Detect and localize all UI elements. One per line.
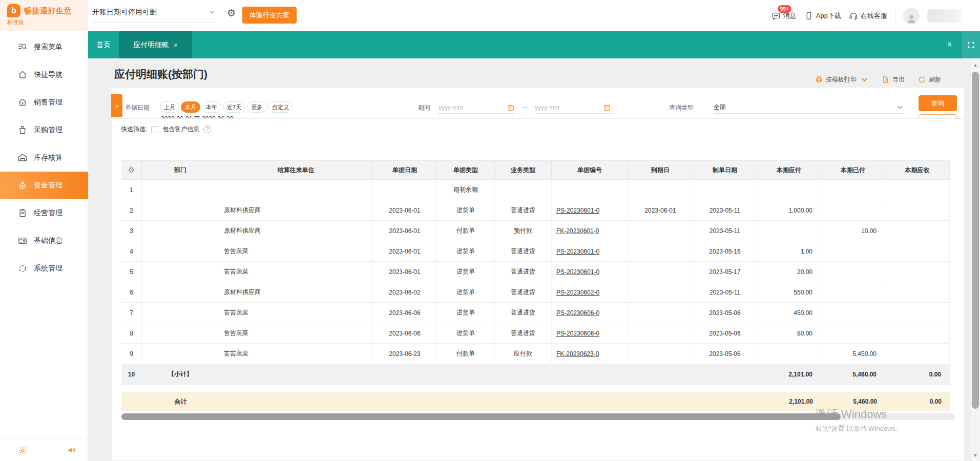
sidebar-item-label: 搜索菜单 <box>34 43 62 52</box>
doc-no-link[interactable]: FK-20230623-0 <box>556 350 599 358</box>
cell-paid <box>821 180 885 200</box>
date-pill-近7天[interactable]: 近7天 <box>223 101 245 113</box>
cell-partner: 苦苦蔬菜 <box>219 303 373 323</box>
fullscreen-button[interactable] <box>962 31 980 58</box>
cell-biz-type: 普通进货 <box>495 282 552 302</box>
calendar-icon[interactable] <box>603 104 611 111</box>
cell-department <box>142 262 219 282</box>
table-row[interactable]: 2原材料供应商2023-06-01进货单普通进货PS-20230601-0202… <box>121 200 950 221</box>
table-row[interactable]: 5苦苦蔬菜2023-06-01进货单普通进货PS-20230601-02023-… <box>121 262 950 282</box>
horizontal-scrollbar[interactable] <box>121 413 955 420</box>
cell-create-date: 2023-05-11 <box>693 221 757 241</box>
period-end-input[interactable]: yyyy-mm <box>535 101 611 114</box>
cell-doc-type: 付款单 <box>437 344 495 364</box>
scroll-down-arrow-icon[interactable]: ▼ <box>971 453 980 458</box>
cell-receivable <box>885 241 950 261</box>
sidebar-item-2[interactable]: 快捷导航 <box>0 61 88 89</box>
trial-solution-button[interactable]: 体验行业方案 <box>242 7 297 24</box>
topbar-gear-icon[interactable]: ⚙ <box>227 8 237 18</box>
date-pill-本年[interactable]: 本年 <box>202 101 221 113</box>
avatar[interactable] <box>903 8 920 24</box>
table-row[interactable]: 3原材料供应商2023-06-01付款单预付款FK-20230601-02023… <box>121 221 950 241</box>
sidebar-item-4[interactable]: 采购管理 <box>0 116 88 144</box>
scroll-up-arrow-icon[interactable]: ▲ <box>971 62 980 68</box>
total-biz_type <box>495 392 552 411</box>
date-pill-本月[interactable]: 本月 <box>181 101 200 113</box>
total-doc_type <box>437 392 495 411</box>
cell-doc-date: 2023-06-01 <box>373 241 437 261</box>
horizontal-scrollbar-thumb[interactable] <box>121 413 841 420</box>
cell-row-number: 2 <box>121 200 142 220</box>
doc-no-link[interactable]: PS-20230602-0 <box>556 289 599 296</box>
column-settings-gear-icon[interactable]: ⚙ <box>121 161 142 179</box>
cell-doc-type: 进货单 <box>437 262 495 282</box>
table-row[interactable]: 8苦苦蔬菜2023-06-06进货单普通进货PS-20230606-02023-… <box>121 323 950 344</box>
sidebar-item-9[interactable]: 系统管理 <box>0 255 88 282</box>
printer-icon <box>815 76 823 83</box>
cell-partner: 苦苦蔬菜 <box>219 344 373 364</box>
cell-receivable <box>885 282 950 302</box>
sidebar-item-5[interactable]: 库存核算 <box>0 144 88 172</box>
print-by-template-button[interactable]: 按模板打印 <box>815 75 868 84</box>
cell-payable: 80.00 <box>757 323 821 343</box>
table-row[interactable]: 1期初余额 <box>121 180 950 200</box>
export-button[interactable]: 导出 <box>882 75 905 84</box>
doc-no-link[interactable]: FK-20230601-0 <box>556 227 599 235</box>
date-pill-自定义[interactable]: 自定义 <box>268 101 293 113</box>
cell-due-date: 2023-06-01 <box>628 200 693 220</box>
doc-no-link[interactable]: PS-20230606-0 <box>556 309 599 317</box>
doc-no-link[interactable]: PS-20230601-0 <box>556 268 599 276</box>
table-subtotal-row: 10【小计】2,101.005,460.000.00 <box>121 364 950 385</box>
column-header-doc_date: 单据日期 <box>373 161 437 179</box>
chevron-down-icon <box>209 9 215 15</box>
account-set-select[interactable]: 开账日期可停用可删 <box>92 8 215 23</box>
sidebar-item-label: 库存核算 <box>34 153 62 162</box>
close-all-tabs-icon[interactable]: × <box>947 40 952 49</box>
online-service-button[interactable]: 在线客服 <box>849 11 887 20</box>
doc-no-link[interactable]: PS-20230606-0 <box>556 330 599 337</box>
sidebar-footer <box>0 438 88 461</box>
date-pill-上月[interactable]: 上月 <box>160 101 179 113</box>
filter-collapse-handle[interactable]: » <box>111 94 122 117</box>
chevron-down-icon[interactable] <box>861 76 868 83</box>
sidebar-item-8[interactable]: 基础信息 <box>0 227 88 255</box>
date-pill-更多[interactable]: 更多 <box>247 101 266 113</box>
sidebar-item-7[interactable]: 经营管理 <box>0 199 88 227</box>
sidebar-item-6[interactable]: 资金管理 <box>0 172 88 199</box>
messages-button[interactable]: 消息 99+ <box>772 11 797 20</box>
search-button[interactable]: 查询 <box>919 95 957 111</box>
cell-payable: 2,101.00 <box>757 364 821 384</box>
settings-gear-icon[interactable] <box>17 445 28 455</box>
tab-home[interactable]: 首页 <box>88 31 119 58</box>
doc-no-link[interactable]: PS-20230601-0 <box>556 207 599 214</box>
vertical-scrollbar-thumb[interactable] <box>972 72 979 409</box>
query-type-select[interactable]: 全部 <box>714 101 903 114</box>
period-start-input[interactable]: yyyy-mm <box>439 101 514 114</box>
sound-speaker-icon[interactable] <box>67 445 77 455</box>
table-row[interactable]: 4苦苦蔬菜2023-06-01进货单普通进货PS-20230601-02023-… <box>121 241 950 262</box>
cell-doc-date: 2023-06-06 <box>373 303 437 323</box>
help-icon[interactable]: ? <box>203 125 211 133</box>
table-row[interactable]: 7苦苦蔬菜2023-06-06进货单普通进货PS-20230606-02023-… <box>121 303 950 323</box>
cell-receivable <box>885 262 950 282</box>
refresh-button[interactable]: 刷新 <box>918 75 941 84</box>
calendar-icon[interactable] <box>507 104 514 111</box>
total-doc_no <box>552 392 628 411</box>
cell-due-date <box>628 323 693 343</box>
tab-payable-detail[interactable]: 应付明细账 × <box>119 31 192 58</box>
table-row[interactable]: 9苦苦蔬菜2023-06-23付款单应付款FK-20230623-02023-0… <box>121 344 950 364</box>
sidebar-item-1[interactable]: 搜索菜单 <box>0 33 88 61</box>
cell-payable: 550.00 <box>757 282 821 302</box>
cell-due-date <box>628 364 693 384</box>
vertical-scrollbar[interactable]: ▲ ▼ <box>971 58 980 461</box>
sidebar-item-3[interactable]: 销售管理 <box>0 89 88 116</box>
app-download-button[interactable]: App下载 <box>804 11 841 20</box>
include-customer-checkbox[interactable] <box>151 126 158 133</box>
account-set-value: 开账日期可停用可删 <box>92 8 157 17</box>
cell-partner: 苦苦蔬菜 <box>219 241 373 261</box>
tab-close-icon[interactable]: × <box>174 41 178 49</box>
sidebar: b 畅捷通好生意 标准版 搜索菜单快捷导航销售管理采购管理库存核算资金管理经营管… <box>0 0 88 461</box>
column-header-biz_type: 业务类型 <box>495 161 552 179</box>
table-row[interactable]: 6原材料供应商2023-06-02进货单普通进货PS-20230602-0202… <box>121 282 950 303</box>
doc-no-link[interactable]: PS-20230601-0 <box>556 248 599 255</box>
